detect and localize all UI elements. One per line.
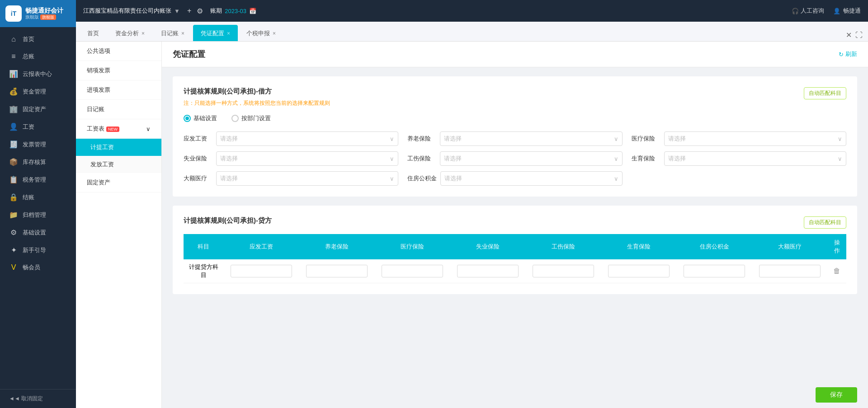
sidebar-item-label: 资金管理: [23, 88, 46, 96]
avatar-icon: 👤: [833, 8, 840, 14]
page-header: 凭证配置 ↻ 刷新: [162, 42, 868, 67]
add-button[interactable]: +: [187, 7, 191, 15]
cell-maternity: [601, 259, 677, 283]
delete-row-button[interactable]: 🗑: [833, 267, 840, 275]
close-window-button[interactable]: ✕: [846, 31, 852, 39]
select-placeholder: 请选择: [444, 174, 462, 183]
service-button[interactable]: 🎧 人工咨询: [792, 7, 824, 15]
input-unemployment[interactable]: [457, 265, 519, 277]
radio-dept-label: 按部门设置: [241, 114, 271, 122]
input-large-medical[interactable]: [759, 265, 821, 277]
chevron-down-icon: ∨: [838, 155, 842, 162]
cell-action: 🗑: [828, 259, 846, 283]
guide-icon: ✦: [9, 246, 18, 254]
field-label: 大额医疗: [184, 174, 212, 183]
radio-group: 基础设置 按部门设置: [184, 114, 846, 122]
section2-header: 计提核算规则(公司承担)-贷方 自动匹配科目: [184, 216, 846, 229]
injury-select[interactable]: 请选择 ∨: [440, 151, 622, 166]
sidebar-item-archive[interactable]: 📁 归档管理: [0, 206, 76, 224]
radio-dept[interactable]: 按部门设置: [231, 114, 271, 122]
main-area: 江西服宝精品有限责任公司内账张 ▼ + ⚙ 账期 2023-03 📅 🎧 人工咨…: [76, 0, 868, 408]
auto-match-credit-button[interactable]: 自动匹配科目: [804, 216, 846, 229]
sidebar-item-guide[interactable]: ✦ 新手引导: [0, 241, 76, 259]
maternity-select[interactable]: 请选择 ∨: [664, 151, 846, 166]
left-menu-item-purchase[interactable]: 进项发票: [76, 80, 161, 100]
tab-home[interactable]: 首页: [80, 25, 107, 41]
select-placeholder: 请选择: [668, 155, 686, 163]
tab-voucher-config[interactable]: 凭证配置 ×: [193, 25, 238, 41]
sidebar-item-label: 云报表中心: [23, 70, 52, 78]
refresh-button[interactable]: ↻ 刷新: [839, 50, 857, 58]
calendar-icon[interactable]: 📅: [249, 8, 256, 14]
close-icon[interactable]: ×: [273, 30, 276, 37]
save-button[interactable]: 保存: [816, 387, 857, 403]
input-injury[interactable]: [533, 265, 594, 277]
user-info: 👤 畅捷通: [833, 7, 861, 15]
left-menu-group-salary-table[interactable]: 工资表NEW ∨: [76, 119, 161, 139]
sidebar-item-tax[interactable]: 📋 税务管理: [0, 171, 76, 188]
reports-icon: 📊: [9, 70, 18, 78]
auto-match-debit-button[interactable]: 自动匹配科目: [804, 87, 846, 99]
close-icon[interactable]: ×: [227, 30, 230, 37]
unemployment-select[interactable]: 请选择 ∨: [216, 151, 398, 166]
left-menu-sub-pay-salary[interactable]: 发放工资: [76, 156, 161, 173]
sidebar-item-inventory[interactable]: 📦 库存核算: [0, 153, 76, 171]
input-housing-fund[interactable]: [684, 265, 745, 277]
field-injury: 工伤保险 请选择 ∨: [407, 151, 622, 166]
content-scroll: 计提核算规则(公司承担)-借方 注：只能选择一种方式，系统将按照您当前的选择来配…: [162, 67, 868, 382]
tab-tax-filing[interactable]: 个税申报 ×: [239, 25, 283, 41]
cancel-fixed-button[interactable]: ◄◄ 取消固定: [0, 389, 76, 408]
sidebar-item-member[interactable]: V 畅会员: [0, 259, 76, 276]
input-gross-salary[interactable]: [231, 265, 292, 277]
radio-checked-icon: [184, 115, 191, 122]
left-menu-item-sales[interactable]: 销项发票: [76, 61, 161, 80]
sidebar-item-salary[interactable]: 👤 工资: [0, 118, 76, 136]
gross-salary-select[interactable]: 请选择 ∨: [216, 131, 398, 146]
sidebar-item-ledger[interactable]: ≡ 总账: [0, 48, 76, 65]
left-menu-item-public[interactable]: 公共选项: [76, 42, 161, 61]
field-label: 养老保险: [407, 135, 436, 143]
section1-note: 注：只能选择一种方式，系统将按照您当前的选择来配置规则: [184, 99, 846, 107]
field-label: 医疗保险: [632, 135, 660, 143]
col-injury: 工伤保险: [526, 234, 601, 259]
medical-select[interactable]: 请选择 ∨: [664, 131, 846, 146]
period-value: 2023-03: [225, 8, 246, 14]
section1-header: 计提核算规则(公司承担)-借方 注：只能选择一种方式，系统将按照您当前的选择来配…: [184, 87, 846, 107]
expand-window-button[interactable]: ⛶: [855, 31, 863, 39]
settings-button[interactable]: ⚙: [197, 7, 203, 15]
input-pension[interactable]: [306, 265, 368, 277]
logo-icon: iT: [5, 5, 22, 22]
company-selector[interactable]: 江西服宝精品有限责任公司内账张 ▼: [83, 7, 180, 15]
sidebar-item-assets[interactable]: 🏢 固定资产: [0, 100, 76, 118]
sidebar-item-closing[interactable]: 🔒 结账: [0, 188, 76, 206]
field-label: 生育保险: [632, 155, 660, 163]
tab-journal[interactable]: 日记账 ×: [153, 25, 192, 41]
housing-fund-select[interactable]: 请选择 ∨: [440, 171, 622, 186]
radio-basic[interactable]: 基础设置: [184, 114, 217, 122]
field-maternity: 生育保险 请选择 ∨: [632, 151, 846, 166]
large-medical-select[interactable]: 请选择 ∨: [216, 171, 398, 186]
close-icon[interactable]: ×: [142, 30, 145, 37]
left-menu-sub-calculate-salary[interactable]: 计提工资: [76, 139, 161, 156]
input-maternity[interactable]: [608, 265, 670, 277]
pension-select[interactable]: 请选择 ∨: [440, 131, 622, 146]
sidebar-item-label: 新手引导: [23, 246, 46, 254]
sidebar-item-label: 基础设置: [23, 229, 46, 237]
sidebar-item-reports[interactable]: 📊 云报表中心: [0, 65, 76, 83]
cell-housing-fund: [677, 259, 752, 283]
tab-label: 凭证配置: [201, 29, 224, 38]
cell-gross-salary: [223, 259, 299, 283]
sidebar-item-funds[interactable]: 💰 资金管理: [0, 83, 76, 100]
sidebar-item-invoices[interactable]: 🧾 发票管理: [0, 136, 76, 153]
tab-funds-analysis[interactable]: 资金分析 ×: [108, 25, 152, 41]
left-menu-item-fixed-assets[interactable]: 固定资产: [76, 173, 161, 192]
input-medical[interactable]: [382, 265, 443, 277]
sidebar: iT 畅捷通好会计 旗舰版 旗舰版 ⌂ 首页 ≡ 总账 📊 云报表中心 💰 资金…: [0, 0, 76, 408]
closing-icon: 🔒: [9, 193, 18, 202]
field-label: 失业保险: [184, 155, 212, 163]
left-menu-item-journal[interactable]: 日记账: [76, 100, 161, 119]
sidebar-item-home[interactable]: ⌂ 首页: [0, 31, 76, 48]
funds-icon: 💰: [9, 87, 18, 96]
sidebar-item-settings[interactable]: ⚙ 基础设置: [0, 224, 76, 241]
close-icon[interactable]: ×: [181, 30, 184, 37]
